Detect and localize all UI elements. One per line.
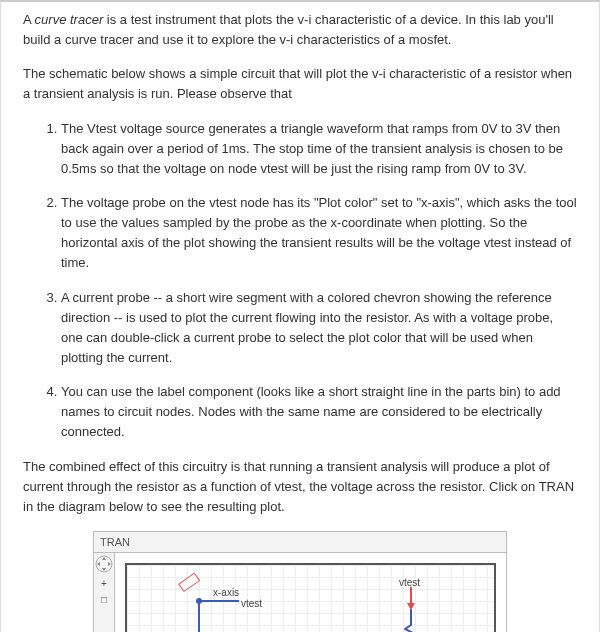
pan-tool-icon[interactable] xyxy=(95,555,113,573)
resistor[interactable] xyxy=(404,621,418,632)
vtest-label-left: vtest xyxy=(241,596,262,612)
wire-vtest-stub xyxy=(199,600,239,602)
zoom-in-button[interactable]: + xyxy=(97,579,111,589)
voltage-probe[interactable] xyxy=(178,572,200,592)
wire-src-top xyxy=(198,601,200,632)
wire-right-top xyxy=(410,587,412,603)
outro-paragraph: The combined effect of this circuitry is… xyxy=(23,457,577,517)
step-2: The voltage probe on the vtest node has … xyxy=(61,193,577,274)
step-4: You can use the label component (looks l… xyxy=(61,382,577,442)
diagram-container: TRAN + □ xyxy=(93,531,507,632)
canvas-wrap: x-axis vtest + Vtest triangle(0,3,1000) … xyxy=(115,553,506,632)
intro-paragraph-1: A curve tracer is a test instrument that… xyxy=(23,10,577,50)
diagram-wrap: TRAN + □ xyxy=(23,531,577,632)
step-3: A current probe -- a short wire segment … xyxy=(61,288,577,369)
zoom-out-button[interactable]: □ xyxy=(97,595,111,605)
wire-right-mid xyxy=(410,609,412,621)
step-1: The Vtest voltage source generates a tri… xyxy=(61,119,577,179)
diagram-titlebar[interactable]: TRAN xyxy=(94,532,506,553)
diagram-body: + □ x-axis vtest + Vtest xyxy=(94,553,506,632)
probe-plot-color-label: x-axis xyxy=(213,585,239,601)
schematic-canvas[interactable]: x-axis vtest + Vtest triangle(0,3,1000) … xyxy=(125,563,496,632)
diagram-toolbar: + □ xyxy=(94,553,115,632)
observation-list: The Vtest voltage source generates a tri… xyxy=(23,119,577,443)
document-page: A curve tracer is a test instrument that… xyxy=(0,0,600,632)
intro-paragraph-2: The schematic below shows a simple circu… xyxy=(23,64,577,104)
